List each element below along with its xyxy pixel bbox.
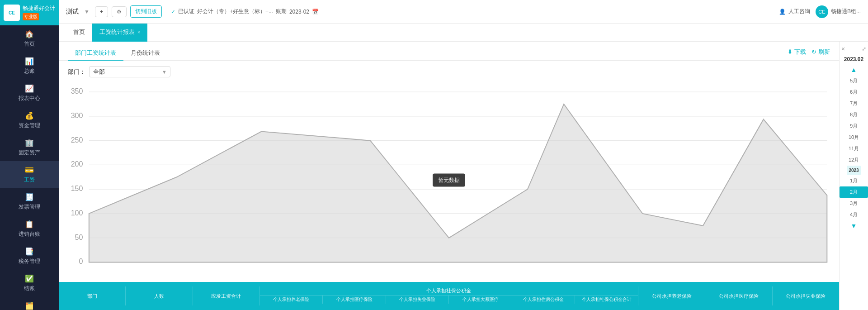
sub-tab-monthly[interactable]: 月份统计表 [123, 46, 167, 61]
certified-check-icon: ✓ [171, 9, 175, 15]
content-main: 部门工资统计表 月份统计表 ⬇ 下载 ↻ 刷新 [59, 42, 839, 310]
month-list-prev: 5月6月7月8月9月10月11月12月 [840, 75, 868, 166]
month-item-2023-0[interactable]: 1月 [840, 175, 868, 186]
sidebar-item-reports[interactable]: 📈报表中心 [0, 80, 59, 107]
period-value: 2023-02 [289, 9, 309, 15]
salary-icon: 💳 [25, 166, 34, 174]
chart-area-path [89, 104, 827, 262]
sidebar-item-invoice[interactable]: 🧾发票管理 [0, 188, 59, 215]
side-panel-expand-icon[interactable]: ⤢ [862, 46, 866, 52]
main-content: 测试 ▼ + ⚙ 切到旧版 ✓ 已认证 好会计（专）+好生意（标）+... 账期… [59, 0, 868, 310]
dept-select[interactable]: 全部 财务部 人事部 销售部 技术部 [89, 66, 170, 77]
svg-text:50: 50 [75, 233, 83, 241]
sidebar-label-assets: 固定资产 [19, 149, 40, 157]
settle-icon: ✅ [25, 274, 34, 283]
month-item-prev-5[interactable]: 10月 [840, 132, 868, 143]
month-item-prev-4[interactable]: 9月 [840, 120, 868, 132]
calendar-icon[interactable]: 📅 [312, 9, 319, 15]
sidebar-item-funds[interactable]: 💰资金管理 [0, 107, 59, 134]
tabs-bar: 首页 工资统计报表 × [59, 24, 868, 42]
th-total-salary: 应发工资合计 [193, 286, 260, 305]
user-name: 畅捷通B组... [831, 8, 861, 15]
chart-area: 350 300 250 200 150 100 50 0 [59, 83, 839, 282]
svg-text:100: 100 [71, 209, 83, 217]
support-link[interactable]: 👤 人工咨询 [779, 8, 810, 15]
sidebar-item-assets[interactable]: 🏢固定资产 [0, 134, 59, 161]
month-item-prev-2[interactable]: 7月 [840, 98, 868, 109]
svg-text:0: 0 [79, 257, 83, 265]
plus-button[interactable]: + [95, 6, 108, 17]
month-item-prev-6[interactable]: 11月 [840, 143, 868, 154]
sidebar: CE 畅捷通好会计 专业版 🏠首页📊总账📈报表中心💰资金管理🏢固定资产💳工资🧾发… [0, 0, 59, 310]
user-info[interactable]: CE 畅捷通B组... [816, 5, 861, 18]
switch-version-button[interactable]: 切到旧版 [130, 5, 162, 18]
sidebar-item-home[interactable]: 🏠首页 [0, 25, 59, 52]
month-item-prev-0[interactable]: 5月 [840, 75, 868, 86]
assets-icon: 🏢 [25, 138, 34, 147]
download-icon: ⬇ [788, 48, 793, 55]
th-personal-housing-fund: 个人承担住房公积金 [512, 296, 576, 304]
month-item-2023-1[interactable]: 2月 [840, 186, 868, 198]
svg-text:350: 350 [71, 87, 83, 95]
refresh-button[interactable]: ↻ 刷新 [811, 48, 830, 56]
side-panel-up-arrow[interactable]: ▲ [840, 64, 868, 75]
download-button[interactable]: ⬇ 下载 [788, 48, 806, 56]
th-group-cols: 个人承担养老保险 个人承担医疗保险 个人承担失业保险 个人承担大额医疗 个人承担… [260, 296, 638, 304]
sidebar-label-invoice: 发票管理 [19, 203, 40, 211]
sidebar-item-settle[interactable]: ✅结账 [0, 270, 59, 297]
svg-text:150: 150 [71, 184, 83, 192]
toolbar-left: 部门： 全部 财务部 人事部 销售部 技术部 ▼ [68, 66, 170, 77]
sidebar-label-tax: 税务管理 [19, 258, 40, 265]
sidebar-label-ledger: 总账 [24, 67, 35, 75]
tab-home[interactable]: 首页 [66, 24, 92, 42]
th-personal-major-medical: 个人承担大额医疗 [449, 296, 512, 304]
sidebar-item-sales[interactable]: 📋进销台账 [0, 215, 59, 243]
home-icon: 🏠 [25, 30, 34, 38]
sidebar-label-sales: 进销台账 [19, 230, 40, 238]
funds-icon: 💰 [25, 111, 34, 120]
th-company-pension: 公司承担养老保险 [638, 286, 705, 305]
sidebar-item-archive[interactable]: 🗂️归档管理 [0, 297, 59, 310]
reports-icon: 📈 [25, 84, 34, 93]
month-item-prev-1[interactable]: 6月 [840, 86, 868, 98]
month-item-2023-2[interactable]: 3月 [840, 198, 868, 209]
refresh-icon: ↻ [811, 48, 816, 55]
side-panel-header: × ⤢ [840, 45, 868, 52]
chart-svg: 350 300 250 200 150 100 50 0 [68, 83, 830, 277]
svg-text:300: 300 [71, 111, 83, 119]
th-personal-unemployment: 个人承担失业保险 [386, 296, 449, 304]
chart-svg-container: 350 300 250 200 150 100 50 0 [68, 83, 830, 277]
th-dept: 部门 [59, 286, 126, 305]
support-icon: 👤 [779, 9, 786, 15]
month-item-prev-3[interactable]: 8月 [840, 109, 868, 120]
archive-icon: 🗂️ [25, 301, 34, 310]
th-headcount: 人数 [126, 286, 193, 305]
month-item-2023-3[interactable]: 4月 [840, 209, 868, 220]
side-panel-down-arrow[interactable]: ▼ [840, 220, 868, 231]
th-personal-total: 个人承担社保公积金合计 [575, 296, 638, 304]
tab-close-icon[interactable]: × [137, 29, 140, 35]
svg-text:250: 250 [71, 136, 83, 144]
sales-icon: 📋 [25, 220, 34, 229]
period-label: 账期 [276, 8, 287, 15]
side-panel-close-icon[interactable]: × [841, 45, 845, 52]
content-area: 部门工资统计表 月份统计表 ⬇ 下载 ↻ 刷新 [59, 42, 868, 310]
sidebar-label-funds: 资金管理 [19, 122, 40, 129]
tab-salary-report[interactable]: 工资统计报表 × [92, 24, 147, 42]
avatar: CE [816, 5, 828, 18]
dept-select-wrapper: 全部 财务部 人事部 销售部 技术部 ▼ [89, 66, 170, 77]
month-item-prev-7[interactable]: 12月 [840, 154, 868, 166]
sidebar-item-tax[interactable]: 📑税务管理 [0, 243, 59, 270]
sidebar-item-ledger[interactable]: 📊总账 [0, 52, 59, 80]
sidebar-nav: 🏠首页📊总账📈报表中心💰资金管理🏢固定资产💳工资🧾发票管理📋进销台账📑税务管理✅… [0, 25, 59, 310]
sidebar-label-reports: 报表中心 [19, 95, 40, 102]
app-logo: CE 畅捷通好会计 专业版 [0, 0, 59, 25]
th-personal-pension: 个人承担养老保险 [260, 296, 323, 304]
invoice-icon: 🧾 [25, 193, 34, 201]
toolbar-row: 部门： 全部 财务部 人事部 销售部 技术部 ▼ [59, 61, 839, 83]
logo-badge: 专业版 [23, 13, 39, 20]
sidebar-label-settle: 结账 [24, 285, 35, 292]
sidebar-item-salary[interactable]: 💳工资 [0, 161, 59, 188]
settings-button[interactable]: ⚙ [112, 6, 127, 17]
sub-tab-dept[interactable]: 部门工资统计表 [68, 46, 123, 61]
